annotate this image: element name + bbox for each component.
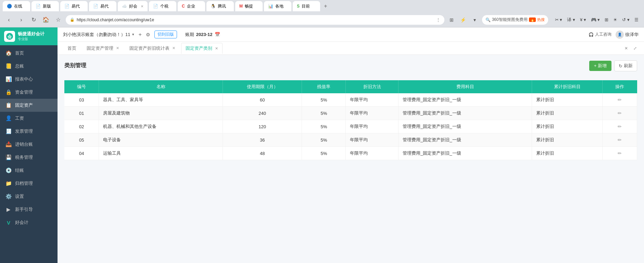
sidebar-item-more[interactable]: V 好会计	[0, 216, 58, 229]
sidebar-item-checkout[interactable]: 💿 结账	[0, 164, 58, 177]
user-info-btn[interactable]: 👤 徐泽华	[616, 31, 639, 39]
user-dropdown-icon[interactable]: ▾	[132, 32, 134, 37]
address-dropdown-icon[interactable]: ⋮	[436, 17, 440, 22]
cell-op-0[interactable]: ✏	[603, 93, 637, 107]
menu-icon-btn[interactable]: ☰	[633, 16, 640, 23]
edit-icon-1[interactable]: ✏	[618, 110, 622, 116]
table-body: 03 器具、工具、家具等 60 5% 年限平均 管理费用_固定资产折旧_一级 累…	[64, 93, 637, 160]
page-tab-category[interactable]: 固定资产类别 ✕	[181, 43, 223, 54]
cell-op-3[interactable]: ✏	[603, 133, 637, 147]
customer-service-btn[interactable]: 🎧 人工咨询	[589, 32, 611, 37]
browser-tab-10[interactable]: S 目前	[293, 1, 320, 11]
device-icon[interactable]: ⊞	[447, 15, 456, 24]
address-text: https://cloud.chanjet.com/accounting/uw1…	[77, 17, 434, 22]
page-tab-depreciation-close[interactable]: ✕	[172, 46, 175, 50]
cell-op-2[interactable]: ✏	[603, 120, 637, 133]
edit-icon-3[interactable]: ✏	[618, 137, 622, 143]
search-area[interactable]: 🔍 360智能抠图免费用 🔥 热搜	[482, 15, 548, 25]
refresh-label: 刷新	[624, 63, 633, 69]
sun-icon-btn[interactable]: ☀	[612, 16, 619, 23]
sidebar-item-settings[interactable]: ⚙️ 设置	[0, 190, 58, 203]
browser-tab-0[interactable]: 🔵 在线	[3, 1, 30, 11]
page-tab-home[interactable]: 首页	[63, 43, 81, 54]
browser-tab-6[interactable]: C 企业	[178, 1, 205, 11]
sidebar-item-guide[interactable]: ▶ 新手引导	[0, 203, 58, 216]
sidebar-item-fixed-asset[interactable]: 📋 固定资产	[0, 99, 58, 112]
browser-tab-7[interactable]: 🐧 腾讯	[206, 1, 234, 11]
lightning-icon[interactable]: ⚡	[459, 15, 468, 24]
sidebar-item-report[interactable]: 📊 报表中心	[0, 73, 58, 86]
tab-5-label: 个税	[160, 3, 168, 9]
page-tab-fixed-asset-mgmt-close[interactable]: ✕	[116, 46, 119, 50]
cell-method-0: 年限平均	[346, 93, 399, 107]
page-tab-depreciation[interactable]: 固定资产折旧统计表 ✕	[125, 43, 180, 54]
user-name: 徐泽华	[625, 32, 639, 38]
sidebar-item-home[interactable]: 🏠 首页	[0, 47, 58, 60]
page-tab-category-close[interactable]: ✕	[215, 46, 218, 51]
browser-tab-4[interactable]: ☁️ 好会 ✕	[118, 1, 148, 11]
dropdown-btn[interactable]: ▾	[470, 15, 479, 24]
back-button[interactable]: ‹	[4, 15, 14, 25]
invoice-icon: 🧾	[5, 128, 12, 134]
cell-op-4[interactable]: ✏	[603, 147, 637, 160]
cell-residual-3: 5%	[302, 133, 346, 147]
sidebar-item-archive[interactable]: 📁 归档管理	[0, 177, 58, 190]
reload-button[interactable]: ↻	[29, 15, 38, 25]
col-code: 编号	[64, 80, 99, 93]
sidebar-item-payroll[interactable]: 👤 工资	[0, 112, 58, 125]
tab-4-label: 好会	[129, 3, 137, 9]
currency-icon-btn[interactable]: ¥ ▾	[579, 16, 588, 23]
browser-tab-1[interactable]: 📄 新版	[31, 1, 59, 11]
bookmark-button[interactable]: ☆	[53, 15, 63, 25]
tab-4-close[interactable]: ✕	[141, 4, 143, 8]
cell-op-1[interactable]: ✏	[603, 107, 637, 120]
switch-version-btn[interactable]: 切到旧版	[154, 31, 177, 38]
sidebar-label-invoice: 发票管理	[15, 128, 33, 134]
tab-7-icon: 🐧	[211, 4, 216, 9]
cell-residual-1: 5%	[302, 107, 346, 120]
fixed-asset-icon: 📋	[5, 102, 12, 108]
sidebar-item-inventory[interactable]: 📥 进销台账	[0, 138, 58, 151]
home-button[interactable]: 🏠	[41, 15, 51, 25]
app-header-period: 账期 2023-12 📅	[185, 32, 220, 38]
hot-label: 热搜	[537, 17, 545, 22]
ssl-lock-icon: 🔒	[70, 17, 75, 22]
grid-icon-btn[interactable]: ⊞	[603, 16, 610, 23]
cell-code-4: 04	[64, 147, 99, 160]
edit-icon-4[interactable]: ✏	[618, 151, 622, 156]
sidebar-item-invoice[interactable]: 🧾 发票管理	[0, 125, 58, 138]
edit-icon-2[interactable]: ✏	[618, 124, 622, 129]
cell-residual-0: 5%	[302, 93, 346, 107]
sidebar-item-tax[interactable]: 💾 税务管理	[0, 151, 58, 164]
undo-icon-btn[interactable]: ↺ ▾	[621, 16, 631, 23]
tab-window-controls: ✕ ⤢	[623, 45, 639, 52]
page-tab-fixed-asset-mgmt[interactable]: 固定资产管理 ✕	[82, 43, 124, 54]
tab-1-label: 新版	[43, 3, 51, 9]
sidebar-label-guide: 新手引导	[15, 206, 33, 213]
sidebar-item-ledger[interactable]: 📒 总账	[0, 60, 58, 73]
cell-name-0: 器具、工具、家具等	[99, 93, 223, 107]
add-account-btn[interactable]: +	[138, 32, 141, 38]
game-icon-btn[interactable]: 🎮 ▾	[590, 16, 602, 23]
new-tab-button[interactable]: +	[321, 2, 330, 10]
refresh-btn[interactable]: ↻ 刷新	[614, 60, 637, 71]
settings-btn[interactable]: ⚙	[146, 32, 150, 37]
add-category-btn[interactable]: + 新增	[589, 61, 611, 71]
browser-tab-9[interactable]: 📊 各地	[264, 1, 291, 11]
cell-period-1: 240	[223, 107, 302, 120]
window-expand-btn[interactable]: ⤢	[632, 45, 639, 52]
browser-tab-8[interactable]: M 畅提	[235, 1, 263, 11]
browser-tab-3[interactable]: 📄 易代	[89, 1, 116, 11]
translate-icon-btn[interactable]: 译 ▾	[566, 16, 577, 24]
address-input[interactable]: 🔒 https://cloud.chanjet.com/accounting/u…	[66, 15, 444, 25]
sidebar-item-fund[interactable]: 🔒 资金管理	[0, 86, 58, 99]
calendar-icon[interactable]: 📅	[215, 32, 220, 37]
browser-tab-5[interactable]: 📄 个税	[149, 1, 176, 11]
window-close-btn[interactable]: ✕	[623, 45, 630, 52]
address-actions: ⊞ ⚡ ▾	[447, 15, 479, 24]
sidebar-label-tax: 税务管理	[15, 154, 33, 160]
forward-button[interactable]: ›	[16, 15, 26, 25]
edit-icon-0[interactable]: ✏	[618, 97, 622, 103]
browser-tab-2[interactable]: 📄 易代	[60, 1, 88, 11]
cut-icon-btn[interactable]: ✂ ▾	[554, 16, 564, 23]
